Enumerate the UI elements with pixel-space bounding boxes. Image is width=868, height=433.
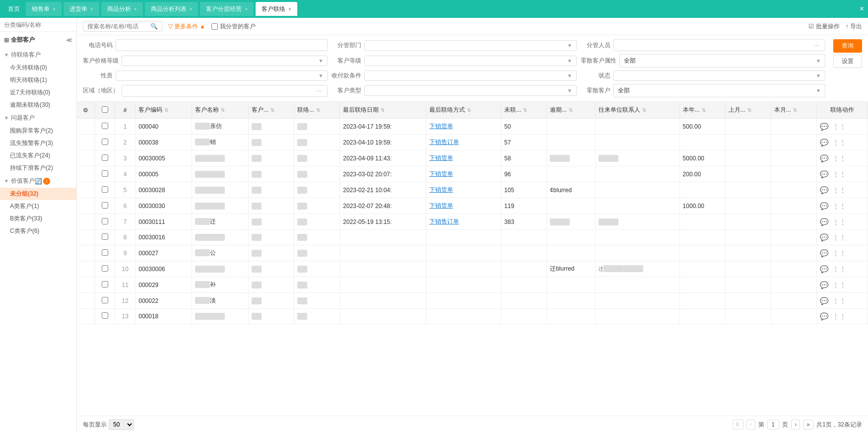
customer-level-select[interactable]: ▼ xyxy=(364,56,576,66)
tab-sales-order[interactable]: 销售单 × xyxy=(26,2,62,16)
phone-action-icon[interactable]: 💬 xyxy=(820,249,828,257)
home-tab[interactable]: 首页 xyxy=(4,5,24,13)
row-checkbox-cell[interactable] xyxy=(95,214,115,230)
sidebar-group-value[interactable]: ▼ 价值客户 🔄 ! xyxy=(0,174,76,188)
row-checkbox-cell[interactable] xyxy=(95,150,115,166)
tab-customer-segmentation[interactable]: 客户分层经营 × xyxy=(200,2,254,16)
phone-action-icon[interactable]: 💬 xyxy=(820,281,828,289)
prev-page-button[interactable]: ‹ xyxy=(746,420,755,430)
contact-column-header[interactable]: 联络...⇅ xyxy=(294,102,340,119)
method-link[interactable]: 下销货单 xyxy=(429,202,453,209)
tab-product-analysis-list[interactable]: 商品分析列表 × xyxy=(145,2,199,16)
phone-action-icon[interactable]: 💬 xyxy=(820,265,828,273)
close-tab-icon[interactable]: × xyxy=(288,6,291,12)
status-select[interactable]: ▼ xyxy=(613,71,825,81)
phone-action-icon[interactable]: 💬 xyxy=(820,123,828,131)
sparse-attr-select[interactable]: 全部 ▼ xyxy=(619,54,825,68)
row-checkbox-cell[interactable] xyxy=(95,277,115,293)
customer-search-input[interactable] xyxy=(87,23,148,30)
row-checkbox-cell[interactable] xyxy=(95,119,115,135)
row-checkbox-cell[interactable] xyxy=(95,261,115,277)
row-checkbox[interactable] xyxy=(102,233,108,240)
more-conditions-button[interactable]: ▽ 更多条件 ▲ xyxy=(168,22,205,31)
close-tab-icon[interactable]: × xyxy=(134,6,137,12)
close-tab-icon[interactable]: × xyxy=(90,6,93,12)
more-action-icon[interactable]: ⋮⋮ xyxy=(832,186,846,194)
phone-action-icon[interactable]: 💬 xyxy=(820,139,828,146)
all-customers-item[interactable]: ⊞ 全部客户 ≪ xyxy=(0,32,76,48)
phone-action-icon[interactable]: 💬 xyxy=(820,202,828,210)
more-action-icon[interactable]: ⋮⋮ xyxy=(832,170,846,178)
this-month-column-header[interactable]: 本月...⇅ xyxy=(771,102,816,119)
more-action-icon[interactable]: ⋮⋮ xyxy=(832,139,846,146)
phone-action-icon[interactable]: 💬 xyxy=(820,154,828,162)
phone-action-icon[interactable]: 💬 xyxy=(820,186,828,194)
more-action-icon[interactable]: ⋮⋮ xyxy=(832,281,846,289)
method-link[interactable]: 下销货单 xyxy=(429,154,453,161)
first-page-button[interactable]: K xyxy=(733,420,743,430)
more-action-icon[interactable]: ⋮⋮ xyxy=(832,312,846,320)
row-checkbox-cell[interactable] xyxy=(95,309,115,324)
batch-op-button[interactable]: ☑ 批量操作 xyxy=(808,22,839,31)
sidebar-item-class-c[interactable]: C类客户(6) xyxy=(0,225,76,237)
row-checkbox[interactable] xyxy=(102,139,108,145)
tab-purchase-order[interactable]: 进货单 × xyxy=(64,2,99,16)
row-checkbox[interactable] xyxy=(102,281,108,288)
close-all-button[interactable]: × xyxy=(860,4,864,13)
sidebar-item-class-a[interactable]: A类客户(1) xyxy=(0,200,76,213)
sidebar-item-ungrouped[interactable]: 未分组(32) xyxy=(0,188,76,200)
sidebar-group-problem[interactable]: ▼ 问题客户 xyxy=(0,111,76,125)
row-checkbox-cell[interactable] xyxy=(95,245,115,261)
sidebar-item-churned[interactable]: 已流失客户(24) xyxy=(0,149,76,162)
nature-select[interactable]: ▼ xyxy=(116,71,328,81)
sidebar-item-7days-pending[interactable]: 近7天待联络(0) xyxy=(0,86,76,99)
sidebar-group-pending[interactable]: ▼ 待联络客户 xyxy=(0,48,76,62)
collapse-sidebar-button[interactable]: ≪ xyxy=(66,37,72,44)
per-page-select[interactable]: 50 100 200 xyxy=(109,419,134,430)
price-level-select[interactable]: ▼ xyxy=(122,56,328,66)
row-checkbox-cell[interactable] xyxy=(95,293,115,309)
dept-select[interactable]: ▼ xyxy=(364,40,576,51)
row-checkbox-cell[interactable] xyxy=(95,135,115,150)
sidebar-item-hoarding-abnormal[interactable]: 囤购异常客户(2) xyxy=(0,125,76,137)
phone-action-icon[interactable]: 💬 xyxy=(820,312,828,320)
method-link[interactable]: 下销货单 xyxy=(429,186,453,193)
code-column-header[interactable]: 客户编码⇅ xyxy=(135,102,192,119)
uncontacted-column-header[interactable]: 未联...⇅ xyxy=(501,102,547,119)
row-checkbox[interactable] xyxy=(102,297,108,303)
method-link[interactable]: 下销货单 xyxy=(429,170,453,177)
sidebar-item-overdue-pending[interactable]: 逾期未联络(30) xyxy=(0,99,76,111)
row-checkbox[interactable] xyxy=(102,265,108,272)
select-all-checkbox[interactable] xyxy=(102,106,108,113)
more-action-icon[interactable]: ⋮⋮ xyxy=(832,297,846,305)
close-tab-icon[interactable]: × xyxy=(245,6,248,12)
sidebar-item-declining[interactable]: 持续下滑客户(2) xyxy=(0,162,76,174)
phone-input[interactable] xyxy=(116,39,328,51)
this-year-column-header[interactable]: 本年...⇅ xyxy=(679,102,725,119)
method-link[interactable]: 下销售订单 xyxy=(429,139,459,145)
sidebar-item-class-b[interactable]: B类客户(33) xyxy=(0,213,76,225)
method-link[interactable]: 下销货单 xyxy=(429,123,453,130)
row-checkbox[interactable] xyxy=(102,202,108,209)
export-button[interactable]: ↑ 导出 xyxy=(846,22,862,31)
close-tab-icon[interactable]: × xyxy=(53,6,56,12)
sidebar-item-tomorrow-pending[interactable]: 明天待联络(1) xyxy=(0,74,76,86)
my-customers-checkbox[interactable] xyxy=(211,23,218,30)
row-checkbox-cell[interactable] xyxy=(95,198,115,214)
query-button[interactable]: 查询 xyxy=(833,39,862,53)
row-checkbox[interactable] xyxy=(102,186,108,193)
more-action-icon[interactable]: ⋮⋮ xyxy=(832,154,846,162)
refresh-icon[interactable]: 🔄 xyxy=(35,178,42,185)
row-checkbox-cell[interactable] xyxy=(95,166,115,182)
contact2-column-header[interactable]: 往来单位联系人⇅ xyxy=(595,102,679,119)
sidebar-item-today-pending[interactable]: 今天待联络(0) xyxy=(0,62,76,74)
last-method-column-header[interactable]: 最后联络方式⇅ xyxy=(426,102,501,119)
more-action-icon[interactable]: ⋮⋮ xyxy=(832,233,846,241)
tab-product-analysis[interactable]: 商品分析 × xyxy=(101,2,143,16)
reset-button[interactable]: 设置 xyxy=(833,55,862,68)
last-date-column-header[interactable]: 最后联络日期⇅ xyxy=(340,102,426,119)
row-checkbox[interactable] xyxy=(102,218,108,224)
close-tab-icon[interactable]: × xyxy=(190,6,193,12)
row-checkbox[interactable] xyxy=(102,249,108,256)
phone-action-icon[interactable]: 💬 xyxy=(820,170,828,178)
